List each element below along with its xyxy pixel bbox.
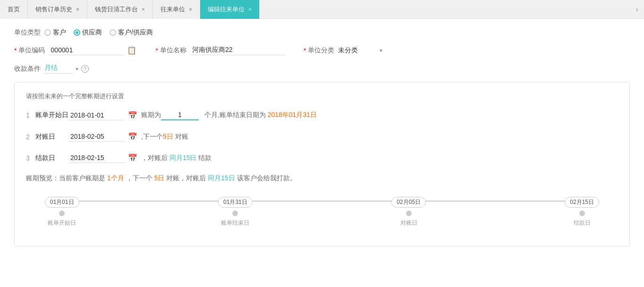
preview-label: 账期预览：当前客户账期是 bbox=[26, 174, 105, 182]
required-star-code: * bbox=[14, 47, 17, 54]
row-label-3: 结款日 bbox=[35, 154, 68, 162]
main-content: 单位类型 客户 供应商 客户/供应商 * 单位编码 📋 * 单位名称 bbox=[0, 19, 644, 287]
row-num-3: 3 bbox=[26, 154, 35, 162]
preview-after: 对账，对账后 bbox=[166, 174, 206, 182]
node-circle-3 bbox=[406, 211, 412, 216]
period-input[interactable] bbox=[161, 110, 199, 120]
radio-customer[interactable]: 客户 bbox=[44, 28, 66, 37]
settings-panel: 请按照未来的一个完整帐期进行设置 1 账单开始日 📅 账期为 个月,账单结束日期… bbox=[14, 82, 630, 246]
radio-circle-both bbox=[110, 29, 116, 36]
tab-scroll-arrow[interactable]: › bbox=[630, 5, 644, 14]
timeline-node-4: 02月15日 结款日 bbox=[565, 197, 599, 227]
tab-home[interactable]: 首页 bbox=[0, 0, 28, 19]
payment-label: 收款条件 bbox=[14, 65, 41, 73]
unit-code-group: * 单位编码 📋 bbox=[14, 45, 136, 55]
row-label-2: 对账日 bbox=[35, 133, 68, 141]
unit-code-input[interactable] bbox=[49, 45, 124, 55]
unit-name-group: * 单位名称 bbox=[155, 45, 284, 55]
period-desc-prefix: 账期为 bbox=[141, 111, 161, 119]
node-label-4: 结款日 bbox=[574, 219, 591, 227]
node-label-2: 账单结束日 bbox=[221, 219, 249, 227]
node-label-1: 账单开始日 bbox=[48, 219, 76, 227]
row-num-2: 2 bbox=[26, 133, 35, 141]
timeline-node-1: 01月01日 账单开始日 bbox=[45, 197, 79, 227]
panel-title: 请按照未来的一个完整帐期进行设置 bbox=[26, 92, 618, 101]
required-star-name: * bbox=[155, 47, 158, 54]
tab-cash-work[interactable]: 钱货日清工作台 × bbox=[87, 0, 153, 19]
tab-partner[interactable]: 往来单位 × bbox=[153, 0, 200, 19]
preview-period: 1个月 bbox=[107, 174, 124, 182]
unit-category-label: 单位分类 bbox=[308, 46, 334, 55]
unit-category-group: * 单位分类 未分类 ▾ bbox=[304, 46, 382, 55]
unit-code-label: 单位编码 bbox=[18, 46, 45, 55]
unit-category-select[interactable]: 未分类 ▾ bbox=[338, 46, 382, 55]
unit-category-arrow-icon: ▾ bbox=[380, 47, 382, 54]
unit-type-label: 单位类型 bbox=[14, 28, 41, 37]
payment-date-input[interactable] bbox=[68, 153, 125, 163]
payment-arrow-icon: ▾ bbox=[76, 66, 78, 72]
payment-date-cal-icon[interactable]: 📅 bbox=[128, 153, 137, 162]
payment-value: 月结 bbox=[44, 64, 73, 74]
tab-close-edit-partner[interactable]: × bbox=[248, 6, 252, 13]
payment-row: 收款条件 月结 ▾ ? bbox=[14, 64, 630, 74]
tab-close-cash-work[interactable]: × bbox=[142, 6, 145, 13]
reconcile-date-cal-icon[interactable]: 📅 bbox=[128, 132, 137, 141]
radio-circle-supplier bbox=[74, 29, 80, 36]
start-date-cal-icon[interactable]: 📅 bbox=[128, 111, 137, 120]
preview-end: 该客户会给我打款。 bbox=[237, 174, 297, 182]
row-label-1: 账单开始日 bbox=[35, 111, 68, 119]
unit-info-row: * 单位编码 📋 * 单位名称 * 单位分类 未分类 ▾ bbox=[14, 45, 630, 55]
node-circle-1 bbox=[59, 211, 65, 216]
setting-row-3: 3 结款日 📅 ，对账后 同月15日 结款 bbox=[26, 153, 618, 163]
reconcile-day-highlight: 5日 bbox=[163, 133, 173, 140]
unit-code-icon[interactable]: 📋 bbox=[127, 46, 136, 55]
node-circle-2 bbox=[232, 211, 238, 216]
setting-row-1: 1 账单开始日 📅 账期为 个月,账单结束日期为 2018年01月31日 bbox=[26, 110, 618, 120]
preview-text: 账期预览：当前客户账期是 1个月 ，下一个 5日 对账，对账后 同月15日 该客… bbox=[26, 167, 618, 183]
payment-select[interactable]: 月结 ▾ bbox=[44, 64, 78, 74]
unit-type-row: 单位类型 客户 供应商 客户/供应商 bbox=[14, 28, 630, 37]
unit-name-label: 单位名称 bbox=[160, 46, 186, 55]
end-date-highlight: 2018年01月31日 bbox=[268, 111, 317, 118]
timeline-node-3: 02月05日 对账日 bbox=[391, 197, 426, 227]
tab-edit-partner[interactable]: 编辑往来单位 × bbox=[200, 0, 260, 19]
radio-circle-customer bbox=[44, 29, 51, 36]
tab-bar: 首页 销售订单历史 × 钱货日清工作台 × 往来单位 × 编辑往来单位 × › bbox=[0, 0, 644, 19]
tab-close-sales-history[interactable]: × bbox=[76, 6, 79, 13]
required-star-category: * bbox=[304, 47, 306, 54]
tab-close-partner[interactable]: × bbox=[189, 6, 192, 13]
reconcile-date-input[interactable] bbox=[68, 132, 125, 142]
node-badge-4: 02月15日 bbox=[565, 197, 599, 208]
reconcile-desc: ,下一个5日 对账 bbox=[141, 133, 188, 141]
preview-day-teal: 同月15日 bbox=[208, 174, 235, 182]
unit-type-radio-group: 客户 供应商 客户/供应商 bbox=[44, 28, 153, 37]
start-date-input[interactable] bbox=[68, 110, 125, 120]
unit-name-input[interactable] bbox=[190, 45, 285, 55]
period-desc-suffix: 个月,账单结束日期为 2018年01月31日 bbox=[203, 111, 317, 119]
node-badge-2: 01月31日 bbox=[218, 197, 253, 208]
row-num-1: 1 bbox=[26, 111, 35, 119]
tab-sales-history[interactable]: 销售订单历史 × bbox=[28, 0, 87, 19]
payment-day-highlight: 同月15日 bbox=[169, 154, 197, 161]
radio-supplier[interactable]: 供应商 bbox=[74, 28, 102, 37]
node-circle-4 bbox=[579, 211, 585, 216]
unit-category-value: 未分类 bbox=[338, 46, 358, 55]
timeline: 01月01日 账单开始日 01月31日 账单结束日 02月05日 对账日 bbox=[26, 192, 618, 236]
preview-day-orange: 5日 bbox=[154, 174, 164, 182]
radio-both[interactable]: 客户/供应商 bbox=[110, 28, 153, 37]
setting-row-2: 2 对账日 📅 ,下一个5日 对账 bbox=[26, 132, 618, 142]
payment-desc: ，对账后 同月15日 结款 bbox=[141, 154, 212, 162]
node-badge-3: 02月05日 bbox=[391, 197, 426, 208]
node-badge-1: 01月01日 bbox=[45, 197, 79, 208]
help-icon[interactable]: ? bbox=[81, 65, 89, 73]
preview-middle: ，下一个 bbox=[126, 174, 153, 182]
node-label-3: 对账日 bbox=[400, 219, 417, 227]
timeline-node-2: 01月31日 账单结束日 bbox=[218, 197, 253, 227]
timeline-nodes: 01月01日 账单开始日 01月31日 账单结束日 02月05日 对账日 bbox=[26, 197, 618, 227]
